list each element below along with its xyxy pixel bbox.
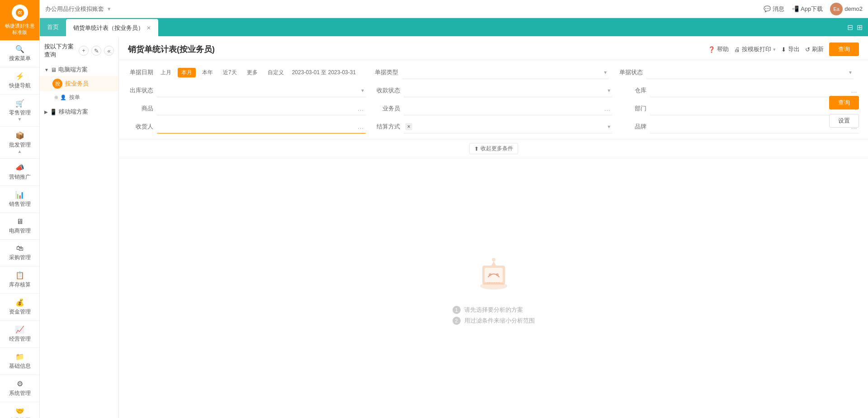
settlement-x-tag[interactable]: ×	[406, 123, 412, 130]
svg-rect-3	[485, 268, 503, 282]
settlement-select[interactable]: × ▾	[404, 120, 613, 133]
order-status-select[interactable]: ▾	[646, 66, 854, 79]
empty-illustration	[471, 252, 516, 299]
sub-plan-icon: ⊕	[54, 95, 58, 100]
settlement-chevron-icon: ▾	[608, 124, 610, 130]
tab-close-icon[interactable]: ✕	[146, 25, 151, 31]
edit-plan-button[interactable]: ✎	[91, 46, 101, 56]
department-select[interactable]: ▾	[650, 102, 859, 115]
tab-minimize-icon[interactable]: ⊟	[847, 23, 853, 32]
top-nav-right: 💬 消息 📲 App下载 Ea demo2	[764, 3, 863, 15]
brand-input[interactable]: …	[650, 120, 859, 133]
mobile-group-icon: 📱	[50, 109, 57, 115]
sidebar-item-inventory[interactable]: 📋 库存核算	[0, 266, 39, 294]
print-dropdown-icon: ▾	[773, 47, 776, 52]
order-type-select[interactable]: ▾	[402, 66, 609, 79]
date-btn-this-month[interactable]: 本月	[178, 68, 196, 77]
consignee-input[interactable]: …	[157, 120, 366, 133]
sidebar-item-sales[interactable]: 📊 销售管理	[0, 186, 39, 213]
app-download-nav-item[interactable]: 📲 App下载	[792, 5, 823, 13]
out-status-label: 出库状态	[128, 86, 153, 95]
mobile-plan-group: ▶ 📱 移动端方案	[40, 104, 118, 119]
sidebar-item-quick[interactable]: ⚡ 快捷导航	[0, 67, 39, 95]
warehouse-label: 仓库	[621, 86, 646, 95]
consignee-dots-icon[interactable]: …	[358, 123, 364, 130]
collapse-button[interactable]: ⬆ 收起更多条件	[469, 143, 518, 154]
date-btn-last-month[interactable]: 上月	[157, 68, 175, 77]
print-icon: 🖨	[734, 46, 740, 53]
warehouse-dots-icon[interactable]: …	[851, 87, 857, 94]
filter-item-goods: 商品 …	[128, 102, 366, 115]
tab-home[interactable]: 首页	[40, 18, 66, 36]
sidebar-item-system[interactable]: ⚙ 系统管理	[0, 375, 39, 402]
settlement-x-icon[interactable]: ×	[407, 124, 410, 130]
sidebar-item-label: 经营管理	[9, 335, 31, 343]
tip-num-2: 2	[453, 317, 461, 325]
refresh-button[interactable]: ↺ 刷新	[805, 45, 824, 53]
help-button[interactable]: ❓ 帮助	[708, 45, 729, 53]
settlement-label: 结算方式	[375, 123, 400, 131]
sidebar-item-retail[interactable]: 🛒 零售管理 ▼	[0, 95, 39, 127]
payment-chevron-icon: ▾	[608, 87, 610, 94]
filter-item-settlement: 结算方式 × ▾	[375, 120, 613, 133]
collapse-panel-button[interactable]: «	[104, 46, 114, 56]
left-panel-title: 按以下方案查询	[44, 43, 79, 59]
goods-input[interactable]: …	[157, 102, 366, 115]
date-filter: 上月 本月 本年 近7天 更多 自定义 2023-03-01 至 2023-03…	[157, 68, 364, 77]
app-download-label: App下载	[801, 5, 823, 13]
sidebar-item-label: 采购管理	[9, 254, 31, 261]
sales-icon: 📊	[15, 190, 24, 199]
add-plan-button[interactable]: +	[79, 46, 89, 56]
pc-group-header[interactable]: ▼ 🖥 电脑端方案	[40, 63, 118, 76]
sub-plan-item[interactable]: ⊕ 👤 按单	[40, 91, 118, 104]
sidebar-item-wholesale[interactable]: 📦 批发管理 ▲	[0, 127, 39, 159]
logo-icon	[12, 5, 28, 21]
order-type-label: 单据类型	[373, 68, 398, 76]
left-panel: 按以下方案查询 + ✎ « ▼ 🖥 电脑端方案 按 按业	[40, 36, 119, 418]
search-icon: 🔍	[15, 45, 24, 53]
breadcrumb-dropdown-icon[interactable]: ▾	[108, 5, 111, 12]
date-label: 单据日期	[128, 68, 153, 76]
goods-dots-icon[interactable]: …	[358, 105, 364, 112]
tab-bar-right: ⊟ ⊞	[847, 23, 868, 32]
warehouse-select[interactable]: …	[650, 84, 859, 97]
sidebar-item-basic[interactable]: 📁 基础信息	[0, 348, 39, 375]
date-btn-custom[interactable]: 自定义	[264, 68, 288, 77]
main-query-button[interactable]: 查询	[829, 96, 859, 109]
enterprise-icon: 🤝	[15, 407, 24, 415]
user-nav-item[interactable]: Ea demo2	[830, 3, 863, 15]
sidebar-item-finance[interactable]: 💰 资金管理	[0, 294, 39, 321]
sidebar-item-operation[interactable]: 📈 经营管理	[0, 321, 39, 348]
date-btn-this-year[interactable]: 本年	[198, 68, 217, 77]
sidebar-item-purchase[interactable]: 🛍 采购管理	[0, 240, 39, 266]
export-button[interactable]: ⬇ 导出	[781, 45, 800, 53]
date-btn-last7[interactable]: 近7天	[219, 68, 241, 77]
sidebar-logo[interactable]: 畅捷通好生意 标准版	[0, 0, 39, 40]
sidebar-item-marketing[interactable]: 📣 营销推广	[0, 159, 39, 186]
filter-item-consignee: 收货人 …	[128, 120, 366, 133]
salesperson-input[interactable]: …	[404, 102, 613, 115]
filter-row-3: 商品 … 业务员 …	[128, 102, 859, 115]
refresh-icon: ↺	[805, 46, 810, 53]
message-nav-item[interactable]: 💬 消息	[764, 5, 784, 13]
sidebar-item-enterprise[interactable]: 🤝 企业协同	[0, 402, 39, 418]
empty-tip-2: 2 用过滤条件来缩小分析范围	[453, 317, 535, 325]
print-button[interactable]: 🖨 按模板打印 ▾	[734, 45, 776, 53]
payment-select[interactable]: ▾	[404, 84, 613, 97]
mobile-group-header[interactable]: ▶ 📱 移动端方案	[40, 105, 118, 118]
plan-item-salesperson[interactable]: 按 按业务员	[40, 76, 118, 91]
date-range-text: 2023-03-01 至 2023-03-31	[292, 69, 356, 76]
sidebar-item-label: 基础信息	[9, 362, 31, 370]
date-btn-more[interactable]: 更多	[243, 68, 261, 77]
avatar: Ea	[830, 3, 843, 15]
tab-report[interactable]: 销货单统计表（按业务员） ✕	[66, 19, 158, 37]
setting-button[interactable]: 设置	[829, 114, 859, 128]
operation-icon: 📈	[15, 325, 24, 334]
sidebar: 畅捷通好生意 标准版 🔍 搜索菜单 ⚡ 快捷导航 🛒 零售管理 ▼ 📦 批发管理…	[0, 0, 40, 418]
sidebar-item-search[interactable]: 🔍 搜索菜单	[0, 40, 39, 67]
tab-maximize-icon[interactable]: ⊞	[857, 23, 863, 32]
sidebar-item-ecommerce[interactable]: 🖥 电商管理	[0, 213, 39, 240]
salesperson-dots-icon[interactable]: …	[604, 105, 610, 112]
query-button[interactable]: 查询	[829, 43, 859, 56]
out-status-select[interactable]: ▾	[157, 84, 366, 97]
